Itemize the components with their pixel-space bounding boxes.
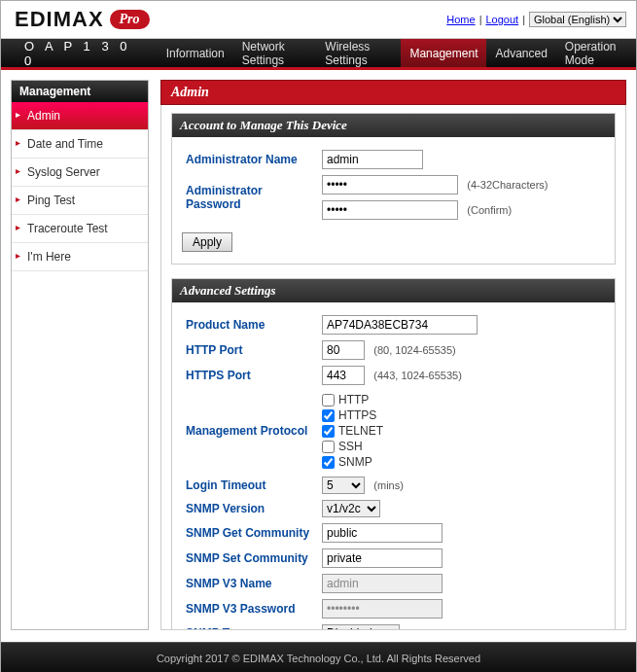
- nav-management[interactable]: Management: [401, 39, 486, 67]
- proto-telnet-checkbox[interactable]: [322, 425, 335, 438]
- topbar: EDIMAX Pro Home | Logout | Global (Engli…: [1, 1, 636, 39]
- chevron-right-icon: ▸: [16, 137, 20, 148]
- sidebar-item-traceroute[interactable]: ▸ Traceroute Test: [12, 215, 148, 243]
- proto-https-checkbox[interactable]: [322, 409, 335, 422]
- snmp-version-label: SNMP Version: [182, 497, 318, 520]
- https-port-label: HTTPS Port: [182, 363, 318, 388]
- sidebar-item-label: Admin: [27, 109, 60, 123]
- proto-ssh-label: SSH: [338, 440, 363, 453]
- chevron-right-icon: ▸: [16, 222, 20, 232]
- footer: Copyright 2017 © EDIMAX Technology Co., …: [1, 642, 636, 672]
- nav-operation-mode[interactable]: Operation Mode: [556, 39, 636, 67]
- admin-name-input[interactable]: [322, 150, 423, 169]
- https-port-input[interactable]: [322, 366, 365, 385]
- sidebar-item-label: Syslog Server: [27, 165, 100, 179]
- nav-network-settings[interactable]: Network Settings: [233, 39, 317, 67]
- copyright-text: Copyright 2017 © EDIMAX Technology Co., …: [157, 653, 480, 664]
- snmp-v3-name-input: [322, 574, 442, 593]
- login-timeout-select[interactable]: 5: [322, 477, 365, 494]
- main-nav: O A P 1 3 0 0 Information Network Settin…: [1, 39, 636, 70]
- advanced-form: Product Name HTTP Port (80, 1024-65535): [182, 312, 605, 630]
- proto-telnet-label: TELNET: [338, 424, 383, 438]
- brand-pro-badge: Pro: [110, 10, 150, 29]
- sidebar-title: Management: [12, 81, 148, 102]
- language-select[interactable]: Global (English): [529, 12, 626, 27]
- http-port-label: HTTP Port: [182, 337, 318, 363]
- sidebar-item-label: Ping Test: [27, 194, 75, 207]
- proto-https-label: HTTPS: [338, 408, 376, 422]
- snmp-trap-select[interactable]: Disabled: [322, 624, 400, 630]
- page-title: Admin: [160, 80, 626, 105]
- sidebar-item-label: Date and Time: [27, 137, 103, 151]
- admin-name-label: Administrator Name: [182, 147, 318, 172]
- snmp-v3-password-input: [322, 599, 442, 619]
- sidebar-item-label: I'm Here: [27, 250, 71, 264]
- password-hint: (4-32Characters): [467, 179, 548, 191]
- account-section: Account to Manage This Device Administra…: [171, 113, 616, 265]
- proto-snmp-checkbox[interactable]: [322, 456, 335, 469]
- sidebar-item-imhere[interactable]: ▸ I'm Here: [12, 243, 148, 271]
- nav-wireless-settings[interactable]: Wireless Settings: [316, 39, 401, 67]
- http-port-hint: (80, 1024-65535): [373, 344, 455, 356]
- sidebar-item-datetime[interactable]: ▸ Date and Time: [12, 130, 148, 159]
- proto-snmp-label: SNMP: [338, 455, 372, 469]
- login-timeout-hint: (mins): [373, 479, 404, 491]
- sidebar-item-label: Traceroute Test: [27, 222, 108, 235]
- management-protocol-label: Management Protocol: [182, 388, 318, 474]
- product-name-label: Product Name: [182, 312, 318, 337]
- chevron-right-icon: ▸: [16, 250, 20, 261]
- snmp-version-select[interactable]: v1/v2c: [322, 500, 380, 517]
- nav-information[interactable]: Information: [158, 39, 233, 67]
- page-root: EDIMAX Pro Home | Logout | Global (Engli…: [0, 0, 637, 672]
- snmp-set-community-input[interactable]: [322, 548, 442, 568]
- advanced-section: Advanced Settings Product Name HTTP Port: [171, 278, 616, 630]
- chevron-right-icon: ▸: [16, 109, 20, 120]
- snmp-get-community-input[interactable]: [322, 523, 442, 543]
- sidebar-item-admin[interactable]: ▸ Admin: [12, 102, 148, 130]
- admin-password-label: Administrator Password: [182, 172, 318, 223]
- product-name-input[interactable]: [322, 315, 478, 335]
- sidebar-item-syslog[interactable]: ▸ Syslog Server: [12, 159, 148, 187]
- content: Admin Account to Manage This Device Admi…: [160, 80, 626, 630]
- brand-logo: EDIMAX Pro: [15, 7, 150, 32]
- snmp-trap-label: SNMP Trap: [182, 621, 318, 630]
- top-links: Home | Logout | Global (English): [446, 12, 626, 27]
- snmp-v3-name-label: SNMP V3 Name: [182, 571, 318, 596]
- password-confirm-hint: (Confirm): [467, 204, 512, 216]
- http-port-input[interactable]: [322, 340, 365, 360]
- proto-ssh-checkbox[interactable]: [322, 441, 335, 453]
- nav-advanced[interactable]: Advanced: [486, 39, 555, 67]
- admin-password-confirm-input[interactable]: [322, 200, 458, 220]
- sidebar: Management ▸ Admin ▸ Date and Time ▸ Sys…: [11, 80, 149, 630]
- https-port-hint: (443, 1024-65535): [373, 370, 462, 381]
- chevron-right-icon: ▸: [16, 194, 20, 204]
- separator: |: [522, 14, 525, 25]
- section-title: Account to Manage This Device: [172, 114, 615, 137]
- proto-http-label: HTTP: [338, 393, 369, 407]
- brand-text: EDIMAX: [15, 7, 104, 32]
- separator: |: [479, 14, 482, 25]
- logout-link[interactable]: Logout: [485, 14, 518, 25]
- nav-items: Information Network Settings Wireless Se…: [158, 39, 636, 67]
- login-timeout-label: Login Timeout: [182, 474, 318, 497]
- snmp-v3-password-label: SNMP V3 Password: [182, 596, 318, 621]
- home-link[interactable]: Home: [446, 14, 475, 25]
- scroll-area[interactable]: Account to Manage This Device Administra…: [160, 105, 626, 630]
- proto-http-checkbox[interactable]: [322, 394, 335, 407]
- account-form: Administrator Name Administrator Passwor…: [182, 147, 605, 223]
- apply-button[interactable]: Apply: [182, 232, 232, 252]
- snmp-set-community-label: SNMP Set Community: [182, 546, 318, 571]
- body: Management ▸ Admin ▸ Date and Time ▸ Sys…: [1, 70, 636, 642]
- section-title: Advanced Settings: [172, 279, 615, 302]
- chevron-right-icon: ▸: [16, 165, 20, 176]
- sidebar-item-ping[interactable]: ▸ Ping Test: [12, 187, 148, 215]
- device-model: O A P 1 3 0 0: [1, 39, 158, 67]
- admin-password-input[interactable]: [322, 175, 458, 195]
- snmp-get-community-label: SNMP Get Community: [182, 520, 318, 546]
